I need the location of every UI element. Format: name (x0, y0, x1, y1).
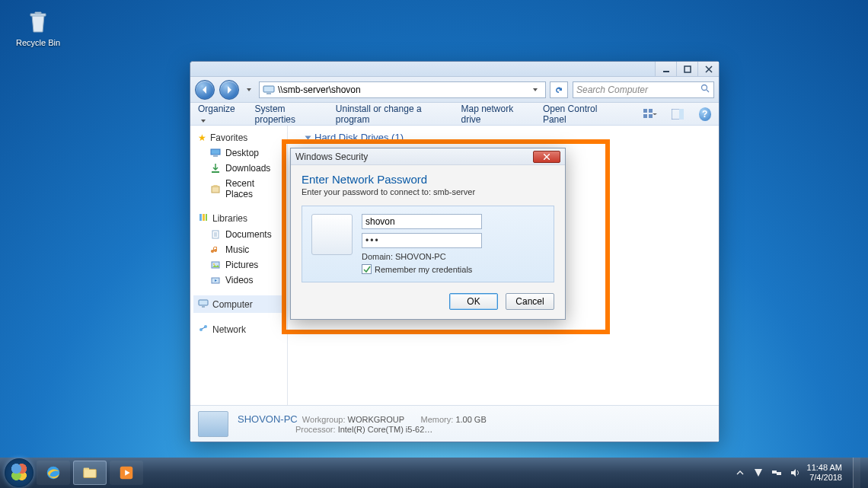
minimize-button[interactable] (655, 62, 676, 76)
start-button[interactable] (5, 458, 34, 487)
view-options-button[interactable] (643, 107, 657, 122)
sidebar-item-recent[interactable]: Recent Places (193, 176, 284, 202)
sidebar-item-desktop[interactable]: Desktop (193, 145, 284, 161)
svg-rect-14 (212, 187, 219, 193)
svg-rect-15 (199, 214, 202, 221)
help-button[interactable]: ? (699, 107, 711, 121)
nav-back-button[interactable] (195, 80, 215, 100)
toolbar-uninstall[interactable]: Uninstall or change a program (336, 104, 448, 125)
star-icon: ★ (198, 132, 206, 143)
taskbar-media-player[interactable] (110, 461, 143, 485)
svg-rect-8 (649, 114, 653, 118)
clock-time: 11:48 AM (807, 463, 842, 473)
section-hard-disk-drives[interactable]: Hard Disk Drives (1) (295, 130, 711, 146)
svg-rect-0 (663, 71, 669, 72)
sidebar-item-videos[interactable]: Videos (193, 273, 284, 288)
taskbar: 11:48 AM 7/4/2018 (0, 458, 868, 488)
ok-button[interactable]: OK (449, 293, 498, 310)
svg-point-4 (702, 85, 707, 90)
preview-pane-button[interactable] (671, 107, 685, 122)
desktop-icon (210, 148, 221, 158)
nav-history-dropdown[interactable] (244, 82, 254, 97)
dialog-titlebar[interactable]: Windows Security (291, 148, 565, 165)
nav-forward-button[interactable] (219, 80, 239, 100)
sidebar-item-music[interactable]: Music (193, 242, 284, 257)
windows-security-dialog: Windows Security Enter Network Password … (290, 148, 566, 320)
volume-icon[interactable] (789, 467, 801, 479)
sidebar-libraries-header[interactable]: Libraries (193, 209, 284, 227)
show-desktop-button[interactable] (853, 458, 860, 488)
svg-rect-27 (84, 469, 97, 477)
toolbar-system-properties[interactable]: System properties (255, 104, 322, 125)
system-tray: 11:48 AM 7/4/2018 (734, 458, 863, 488)
username-field[interactable] (362, 214, 482, 229)
search-placeholder: Search Computer (576, 85, 648, 95)
address-bar[interactable]: \\smb-server\shovon (259, 81, 546, 98)
network-icon (198, 323, 209, 336)
svg-rect-16 (203, 214, 205, 221)
network-tray-icon[interactable] (771, 467, 783, 479)
computer-thumbnail-icon (198, 411, 228, 437)
sidebar-item-downloads[interactable]: Downloads (193, 161, 284, 176)
dialog-close-button[interactable] (533, 151, 560, 163)
downloads-icon (210, 163, 221, 174)
sidebar-item-computer[interactable]: Computer (193, 295, 284, 313)
svg-rect-31 (777, 472, 781, 475)
taskbar-clock[interactable]: 11:48 AM 7/4/2018 (807, 463, 842, 483)
window-close-button[interactable] (697, 62, 719, 76)
explorer-navbar: \\smb-server\shovon Search Computer (190, 77, 719, 103)
svg-rect-30 (772, 470, 777, 474)
sidebar-item-network[interactable]: Network (193, 321, 284, 338)
svg-rect-28 (84, 468, 89, 470)
search-icon (700, 84, 710, 96)
sidebar-favorites-header[interactable]: ★Favorites (193, 130, 284, 145)
svg-rect-6 (649, 109, 653, 113)
dialog-heading: Enter Network Password (302, 173, 554, 186)
svg-rect-23 (202, 306, 205, 308)
svg-rect-7 (643, 114, 647, 118)
cancel-button[interactable]: Cancel (506, 293, 554, 310)
tray-expand-icon[interactable] (734, 467, 746, 479)
refresh-button[interactable] (550, 81, 568, 98)
credentials-box: ••• Domain: SHOVON-PC Remember my creden… (302, 206, 554, 282)
svg-rect-12 (213, 155, 218, 157)
dialog-subtext: Enter your password to connect to: smb-s… (302, 187, 554, 196)
search-box[interactable]: Search Computer (573, 81, 714, 98)
svg-rect-22 (199, 300, 208, 305)
recycle-bin-icon (23, 6, 53, 37)
svg-rect-1 (685, 66, 691, 72)
documents-icon (210, 229, 221, 240)
toolbar-organize[interactable]: Organize (198, 104, 241, 125)
explorer-toolbar: Organize System properties Uninstall or … (190, 103, 719, 126)
computer-icon (263, 84, 275, 96)
taskbar-explorer[interactable] (73, 461, 107, 485)
svg-rect-17 (206, 214, 207, 221)
computer-icon (198, 298, 209, 311)
desktop-icon-recycle-bin[interactable]: Recycle Bin (14, 6, 62, 47)
svg-rect-10 (679, 109, 684, 120)
domain-label: Domain: SHOVON-PC (362, 252, 544, 261)
toolbar-map-drive[interactable]: Map network drive (461, 104, 528, 125)
svg-rect-3 (266, 93, 271, 94)
sidebar-item-pictures[interactable]: Pictures (193, 257, 284, 273)
address-dropdown[interactable] (528, 88, 542, 91)
svg-rect-5 (643, 109, 647, 113)
dialog-title-text: Windows Security (295, 152, 368, 162)
explorer-sidebar: ★Favorites Desktop Downloads Recent Plac… (190, 126, 288, 405)
clock-date: 7/4/2018 (807, 473, 842, 483)
remember-credentials-checkbox[interactable]: Remember my credentials (362, 264, 544, 274)
address-text: \\smb-server\shovon (278, 85, 361, 95)
password-field[interactable]: ••• (362, 233, 482, 248)
videos-icon (210, 275, 221, 285)
maximize-button[interactable] (676, 62, 697, 76)
toolbar-control-panel[interactable]: Open Control Panel (543, 104, 616, 125)
details-pane: SHOVON-PC Workgroup: WORKGROUP Memory: 1… (190, 405, 719, 442)
window-titlebar[interactable] (190, 62, 719, 77)
sidebar-item-documents[interactable]: Documents (193, 227, 284, 242)
checkbox-icon (362, 264, 372, 274)
svg-rect-11 (211, 149, 220, 155)
libraries-icon (198, 212, 209, 225)
taskbar-ie[interactable] (37, 461, 70, 485)
details-computer-name: SHOVON-PC (238, 413, 298, 425)
action-center-icon[interactable] (752, 467, 764, 479)
